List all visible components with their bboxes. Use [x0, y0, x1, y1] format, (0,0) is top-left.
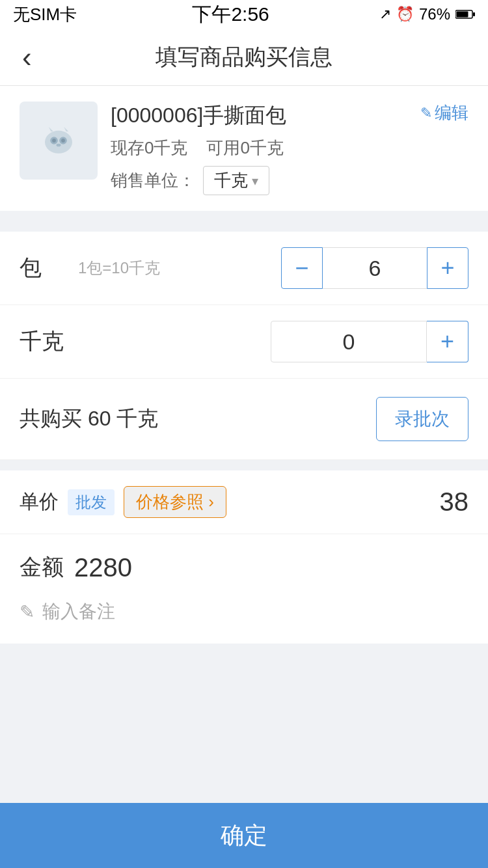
svg-rect-2	[473, 12, 475, 16]
price-section: 单价 批发 价格参照 › 38	[0, 470, 488, 534]
kg-plus-button[interactable]: +	[427, 321, 468, 362]
back-button[interactable]: ‹	[16, 34, 38, 80]
chevron-down-icon: ▾	[252, 173, 258, 189]
unit-select[interactable]: 千克 ▾	[203, 166, 269, 195]
svg-marker-10	[64, 127, 68, 131]
confirm-bar[interactable]: 确定	[0, 803, 488, 868]
battery-text: 76%	[419, 5, 450, 23]
edit-button[interactable]: ✎ 编辑	[420, 102, 468, 124]
pack-quantity-control: − +	[281, 247, 468, 289]
product-stock: 现存0千克 可用0千克	[111, 137, 468, 159]
separator-1	[0, 221, 488, 232]
svg-rect-1	[456, 12, 468, 18]
svg-point-7	[61, 139, 65, 142]
edit-icon: ✎	[420, 105, 432, 122]
status-carrier: 无SIM卡	[13, 3, 82, 26]
kg-quantity-input[interactable]	[271, 321, 427, 362]
pack-label: 包	[20, 253, 72, 283]
pack-minus-button[interactable]: −	[281, 247, 323, 289]
pack-hint: 1包=10千克	[78, 258, 281, 278]
pack-plus-button[interactable]: +	[427, 247, 468, 289]
svg-point-8	[57, 144, 61, 147]
status-time: 下午2:56	[192, 1, 269, 28]
confirm-button-label: 确定	[221, 820, 267, 852]
pencil-icon: ✎	[20, 601, 34, 623]
svg-point-3	[45, 131, 72, 154]
note-row[interactable]: ✎ 输入备注	[20, 593, 468, 631]
summary-row: 共购买 60 千克 录批次	[0, 379, 488, 460]
carrier-text: 无SIM卡	[13, 3, 77, 26]
price-row: 单价 批发 价格参照 › 38	[20, 486, 468, 518]
kg-label: 千克	[20, 327, 72, 357]
pack-section: 包 1包=10千克 − + 千克 + 共购买 60 千克 录批次	[0, 232, 488, 460]
note-placeholder: 输入备注	[42, 599, 115, 624]
product-info: [0000006]手撕面包 ✎ 编辑 现存0千克 可用0千克 销售单位： 千克 …	[111, 102, 468, 195]
pack-row: 包 1包=10千克 − +	[0, 232, 488, 305]
svg-point-6	[52, 139, 56, 142]
product-image	[20, 102, 98, 180]
amount-label: 金额	[20, 552, 64, 582]
batch-button[interactable]: 录批次	[376, 397, 468, 441]
price-value: 38	[440, 487, 469, 517]
amount-row: 金额 2280	[20, 552, 468, 582]
alarm-icon: ⏰	[396, 6, 414, 23]
status-right: ↗ ⏰ 76%	[379, 5, 475, 23]
status-bar: 无SIM卡 下午2:56 ↗ ⏰ 76%	[0, 0, 488, 29]
product-card: [0000006]手撕面包 ✎ 编辑 现存0千克 可用0千克 销售单位： 千克 …	[0, 86, 488, 211]
amount-value: 2280	[74, 553, 132, 582]
product-name: [0000006]手撕面包	[111, 102, 286, 130]
battery-icon	[455, 5, 475, 23]
kg-row: 千克 +	[0, 305, 488, 379]
amount-section: 金额 2280 ✎ 输入备注	[0, 534, 488, 644]
summary-text: 共购买 60 千克	[20, 405, 158, 433]
pack-quantity-input[interactable]	[323, 247, 427, 289]
svg-marker-9	[49, 127, 53, 131]
kg-quantity-control: +	[271, 321, 468, 362]
price-tag: 批发	[68, 489, 115, 515]
product-unit-row: 销售单位： 千克 ▾	[111, 166, 468, 195]
location-icon: ↗	[379, 6, 391, 23]
price-label: 单价	[20, 489, 59, 515]
page-title: 填写商品购买信息	[156, 42, 332, 72]
nav-bar: ‹ 填写商品购买信息	[0, 29, 488, 86]
price-reference-button[interactable]: 价格参照 ›	[124, 486, 226, 518]
separator-2	[0, 460, 488, 470]
